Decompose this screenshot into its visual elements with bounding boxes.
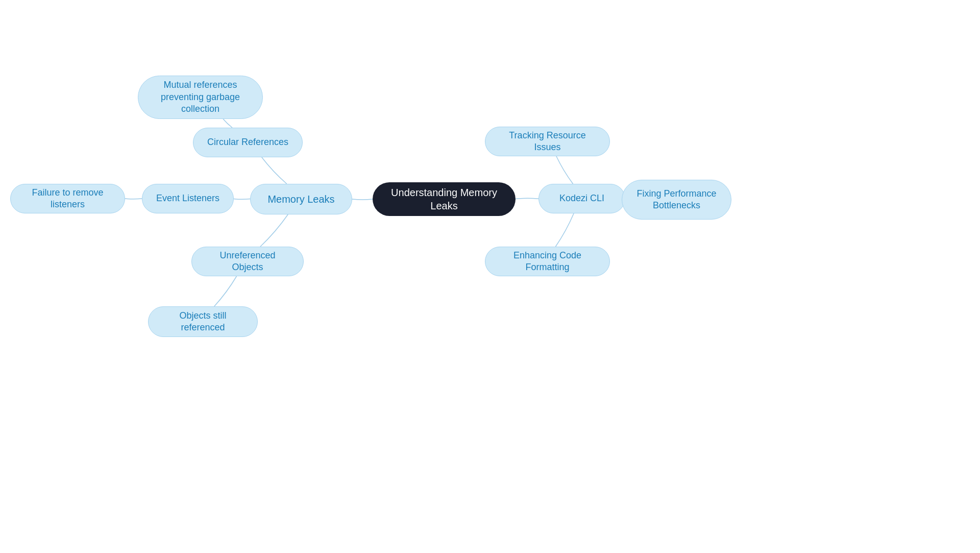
event-listeners-node[interactable]: Event Listeners	[142, 184, 234, 213]
memory-leaks-node[interactable]: Memory Leaks	[250, 184, 352, 214]
objects-still-referenced-node[interactable]: Objects still referenced	[148, 306, 258, 337]
center-node[interactable]: Understanding Memory Leaks	[373, 182, 516, 216]
enhancing-code-node[interactable]: Enhancing Code Formatting	[485, 247, 610, 276]
kodezi-cli-node[interactable]: Kodezi CLI	[538, 184, 625, 213]
failure-to-remove-node[interactable]: Failure to remove listeners	[10, 184, 125, 213]
mutual-references-node[interactable]: Mutual references preventing garbage col…	[138, 76, 263, 119]
unreferenced-objects-node[interactable]: Unreferenced Objects	[191, 247, 304, 276]
fixing-performance-node[interactable]: Fixing Performance Bottlenecks	[622, 180, 731, 220]
tracking-resource-node[interactable]: Tracking Resource Issues	[485, 127, 610, 156]
circular-references-node[interactable]: Circular References	[193, 128, 303, 157]
